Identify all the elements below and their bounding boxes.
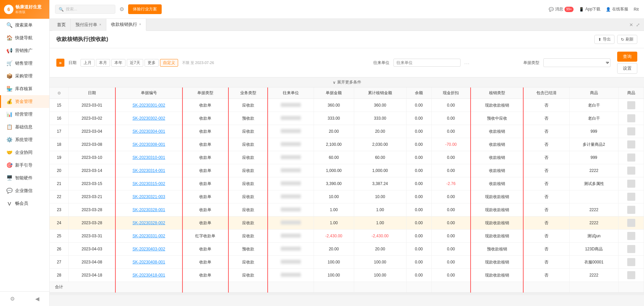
- td-cancel-type: 现款收款核销: [471, 99, 524, 112]
- table-row: 24 2023-03-28 SK-20230328-002 收款单 应收款 1.…: [50, 217, 644, 230]
- doc-type-filter-select[interactable]: [543, 58, 610, 67]
- online-service-button[interactable]: 👤 在线客服: [606, 6, 628, 12]
- sidebar-item-inventory[interactable]: 🏪 库存核算: [0, 82, 49, 95]
- td-partner: [268, 243, 314, 256]
- td-doc-type: 收款单: [182, 164, 228, 177]
- export-button[interactable]: ⬆ 导出: [594, 35, 614, 44]
- td-cash-discount: 0.00: [431, 243, 470, 256]
- sidebar-settings-button[interactable]: ⚙: [7, 294, 17, 303]
- topbar-gear-icon[interactable]: ⚙: [119, 6, 124, 12]
- td-include-cleared: 否: [523, 164, 569, 177]
- tab-home[interactable]: 首页: [52, 19, 71, 31]
- doc-no-link[interactable]: SK-20230418-001: [132, 273, 165, 278]
- doc-no-link[interactable]: SK-20230302-002: [132, 116, 165, 121]
- sidebar-item-system[interactable]: ⚙️ 系统管理: [0, 133, 49, 146]
- td-partner: [268, 164, 314, 177]
- home-icon: 🏠: [6, 35, 12, 41]
- query-button[interactable]: 查询: [617, 52, 637, 62]
- tab-prepay[interactable]: 预付应付单 ×: [71, 19, 106, 31]
- column-settings-icon[interactable]: ⚙: [57, 91, 61, 96]
- table-row: 21 2023-03-15 SK-20230315-002 收款单 应收款 3,…: [50, 177, 644, 190]
- doc-no-link[interactable]: SK-20230301-002: [132, 103, 165, 108]
- sidebar-item-label: 营销推广: [15, 48, 33, 54]
- td-goods: 123D商品: [569, 243, 619, 256]
- sidebar-item-finance[interactable]: 💰 资金管理: [0, 95, 49, 108]
- collection-tab-close[interactable]: ×: [139, 22, 141, 26]
- sidebar-item-guide[interactable]: 🎯 新手引导: [0, 159, 49, 172]
- th-partner: 往来单位: [268, 87, 314, 99]
- solution-button[interactable]: 体验行业方案: [128, 4, 162, 14]
- sidebar-item-sales[interactable]: 🛒 销售管理: [0, 57, 49, 70]
- td-doc-no: SK-20230315-002: [115, 177, 182, 190]
- sidebar-item-label: 基础信息: [15, 124, 33, 130]
- sidebar-item-corp[interactable]: 🤝 企业协同: [0, 146, 49, 159]
- doc-no-link[interactable]: SK-20230331-002: [132, 234, 165, 238]
- td-balance: 0.00: [406, 269, 431, 282]
- sidebar-logo: 6 畅康道好生意 标推版: [0, 0, 49, 19]
- td-cash-discount: 0.00: [431, 230, 470, 243]
- td-cancel-type: 收款核销: [471, 151, 524, 164]
- sidebar-item-quick-nav[interactable]: 🏠 快捷导航: [0, 32, 49, 44]
- partner-value: [281, 142, 301, 146]
- date-more-button[interactable]: 更多: [145, 59, 159, 67]
- td-biz-type: 应收款: [228, 256, 268, 269]
- doc-no-link[interactable]: SK-20230310-001: [132, 155, 165, 160]
- td-no: 17: [50, 125, 69, 138]
- td-biz-type: 应收款: [228, 190, 268, 203]
- expand-conditions-button[interactable]: ∨ 展开更多条件: [50, 77, 644, 87]
- doc-no-link[interactable]: SK-20230328-001: [132, 207, 165, 212]
- td-goods2: [619, 125, 644, 138]
- date-filter-buttons: 上月 本月 本年 近7天 更多 自定义: [80, 59, 178, 67]
- filter-area: » 日期 上月 本月 本年 近7天 更多 自定义 不限 至 2023-07-26…: [50, 48, 644, 77]
- tab-expand-icon[interactable]: ⤢: [636, 22, 640, 27]
- date-last-month-button[interactable]: 上月: [80, 59, 95, 67]
- topbar-search-box[interactable]: 🔍 搜索...: [55, 5, 115, 14]
- doc-no-link[interactable]: SK-20230314-001: [132, 168, 165, 173]
- table-scroll-bar[interactable]: [50, 293, 644, 295]
- td-total-partner: [268, 282, 314, 293]
- td-balance: 0.00: [406, 190, 431, 203]
- sidebar-collapse-button[interactable]: ◀: [33, 294, 42, 303]
- tab-collection[interactable]: 收款核销执行 ×: [106, 19, 146, 31]
- refresh-button[interactable]: ↻ 刷新: [617, 35, 637, 44]
- sidebar-item-search[interactable]: 🔍 搜索菜单: [0, 19, 49, 32]
- app-download-button[interactable]: 📱 App下载: [579, 6, 600, 12]
- date-last-7days-button[interactable]: 近7天: [127, 59, 143, 67]
- doc-no-link[interactable]: SK-20230328-002: [132, 221, 165, 225]
- app-icon: 📱: [579, 7, 584, 12]
- doc-no-link[interactable]: SK-20230304-001: [132, 129, 165, 134]
- date-this-year-button[interactable]: 本年: [111, 59, 125, 67]
- home-tab-label: 首页: [57, 22, 66, 28]
- partner-filter-input[interactable]: [393, 59, 461, 67]
- doc-no-link[interactable]: SK-20230308-001: [132, 142, 165, 147]
- sidebar-item-purchase[interactable]: 📦 采购管理: [0, 70, 49, 82]
- sidebar-item-basic[interactable]: 📋 基础信息: [0, 121, 49, 133]
- th-settings[interactable]: ⚙: [50, 87, 69, 99]
- doc-no-link[interactable]: SK-20230408-001: [132, 260, 165, 264]
- td-partner: [268, 203, 314, 217]
- sidebar-item-wechat[interactable]: 💬 企业微信: [0, 184, 49, 197]
- tab-close-icon[interactable]: ✕: [629, 22, 633, 27]
- doc-no-link[interactable]: SK-20230315-002: [132, 181, 165, 186]
- sidebar-item-operation[interactable]: 📊 经营管理: [0, 108, 49, 121]
- setting-button[interactable]: 设置: [617, 63, 637, 74]
- prepay-tab-close[interactable]: ×: [99, 23, 101, 26]
- doc-no-link[interactable]: SK-20230321-003: [132, 194, 165, 199]
- sidebar-menu: 🔍 搜索菜单 🏠 快捷导航 📢 营销推广 🛒 销售管理 📦 采购管理 🏪 库存核…: [0, 19, 49, 291]
- td-cancel-type: 收款核销: [471, 164, 524, 177]
- messages-button[interactable]: 💬 消息 99+: [549, 6, 574, 12]
- td-doc-amount: 20.00: [314, 243, 354, 256]
- td-cash-discount: -70.00: [431, 138, 470, 151]
- date-custom-button[interactable]: 自定义: [160, 59, 178, 67]
- td-biz-type: 预收款: [228, 112, 268, 125]
- sidebar-item-hardware[interactable]: 🖥️ 智能硬件: [0, 172, 49, 184]
- date-this-month-button[interactable]: 本月: [96, 59, 110, 67]
- td-include-cleared: 否: [523, 243, 569, 256]
- filter-toggle-button[interactable]: »: [56, 59, 64, 67]
- sidebar-item-marketing[interactable]: 📢 营销推广: [0, 44, 49, 57]
- sidebar-item-member[interactable]: V 畅会员: [0, 197, 49, 210]
- table-row: 23 2023-03-28 SK-20230328-001 收款单 应收款 1.…: [50, 203, 644, 217]
- td-doc-type: 收款单: [182, 177, 228, 190]
- partner-value: [281, 207, 301, 211]
- doc-no-link[interactable]: SK-20230403-002: [132, 247, 165, 251]
